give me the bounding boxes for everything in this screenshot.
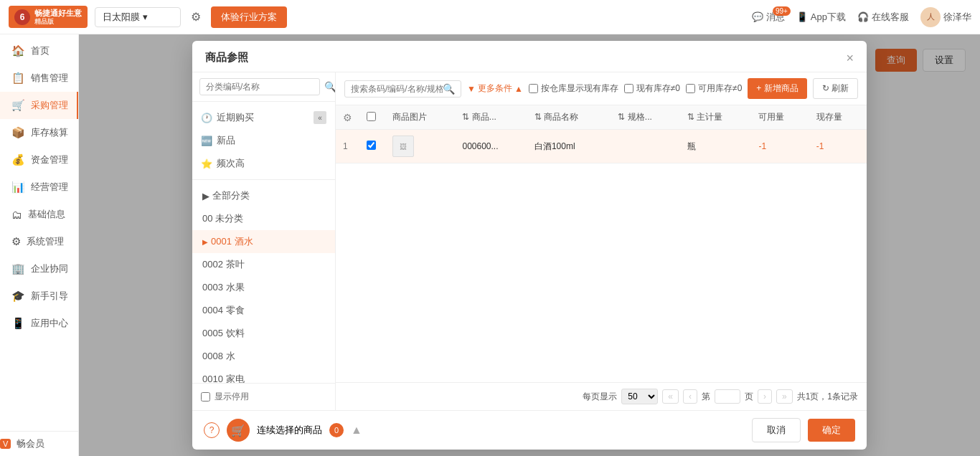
product-search-input[interactable]: [351, 84, 443, 94]
stock-ne0-checkbox[interactable]: [624, 84, 633, 93]
cat-all-tri: ▶: [202, 191, 209, 201]
refresh-button[interactable]: ↻ 刷新: [813, 78, 858, 99]
logo: 6 畅捷通好生意 精品版: [9, 6, 88, 27]
row-available: -1: [751, 130, 809, 163]
cat-item-0005[interactable]: 0005 饮料: [192, 322, 335, 345]
row-unit: 瓶: [680, 130, 751, 163]
cat-new-item[interactable]: 🆕 新品: [192, 129, 335, 152]
cat-item-0003[interactable]: 0003 水果: [192, 276, 335, 299]
next-page-button[interactable]: ›: [758, 389, 772, 404]
cat-recent-item[interactable]: 🕐 近期购买 «: [192, 106, 335, 129]
sidebar-item-sales[interactable]: 📋 销售管理: [0, 65, 78, 92]
product-search-icon[interactable]: 🔍: [443, 83, 455, 95]
sidebar-label-enterprise: 企业协同: [31, 262, 68, 275]
filter-button[interactable]: ▼ 更多条件 ▲: [467, 82, 523, 95]
sidebar-label-sales: 销售管理: [31, 72, 68, 85]
main-layout: 🏠 首页 📋 销售管理 🛒 采购管理 📦 库存核算 💰 资金管理 📊 经营管理 …: [0, 34, 980, 456]
col-unit: ⇅ 主计量: [680, 105, 751, 130]
add-product-button[interactable]: + 新增商品: [748, 78, 806, 99]
sidebar-item-appcenter[interactable]: 📱 应用中心: [0, 310, 78, 337]
cat-item-0004[interactable]: 0004 零食: [192, 299, 335, 322]
confirm-button[interactable]: 确定: [808, 419, 855, 442]
cat-frequent-item[interactable]: ⭐ 频次高: [192, 152, 335, 175]
sidebar-item-system[interactable]: ⚙ 系统管理: [0, 228, 78, 255]
app-download-btn[interactable]: 📱 App下载: [796, 11, 846, 24]
phone-icon: 📱: [796, 11, 808, 22]
collapse-icon[interactable]: ▲: [351, 424, 362, 437]
help-button[interactable]: ?: [204, 422, 220, 438]
product-table: ⚙ 商品图片: [336, 105, 867, 382]
cat-item-0002[interactable]: 0002 茶叶: [192, 253, 335, 276]
col-name: ⇅ 商品名称: [527, 105, 611, 130]
cat-all-item[interactable]: ▶ 全部分类: [192, 184, 335, 207]
newbie-icon: 🎓: [11, 290, 25, 303]
trial-button[interactable]: 体验行业方案: [211, 6, 287, 28]
cat-search-icon[interactable]: 🔍: [324, 81, 336, 92]
avail-ne0-checkbox[interactable]: [686, 84, 695, 93]
modal-header: 商品参照 ×: [192, 41, 867, 72]
avatar: 人: [920, 7, 941, 27]
row-img-cell: 🖼: [385, 130, 455, 163]
warehouse-label: 按仓库显示现有库存: [541, 82, 618, 95]
sidebar-item-finance[interactable]: 💰 资金管理: [0, 146, 78, 174]
username: 徐泽华: [943, 11, 971, 24]
row-checkbox-cell: [359, 130, 385, 163]
first-page-button[interactable]: «: [662, 389, 679, 404]
cat-item-0001[interactable]: ▶ 0001 酒水: [192, 230, 335, 253]
warehouse-checkbox[interactable]: [529, 84, 538, 93]
row-name: 白酒100ml: [527, 130, 611, 163]
cart-count-badge: 0: [329, 423, 344, 437]
cat-item-00-label: 00 未分类: [202, 212, 243, 225]
row-checkbox[interactable]: [367, 141, 376, 150]
member-icon: V: [0, 439, 11, 449]
cat-item-00[interactable]: 00 未分类: [192, 207, 335, 230]
cat-quick-items: 🕐 近期购买 « 🆕 新品 ⭐ 频次高: [192, 102, 335, 180]
cancel-button[interactable]: 取消: [752, 418, 801, 442]
messages-btn[interactable]: 💬 消息 99+: [752, 11, 785, 24]
select-all-checkbox[interactable]: [367, 112, 376, 121]
sidebar-item-purchase[interactable]: 🛒 采购管理: [0, 92, 78, 119]
online-service-label: 在线客服: [872, 11, 909, 24]
sidebar-item-enterprise[interactable]: 🏢 企业协同: [0, 255, 78, 282]
modal-body: 🔍 🕐 近期购买 « 🆕 新品: [192, 72, 867, 410]
prev-page-button[interactable]: ‹: [683, 389, 697, 404]
cart-label: 连续选择的商品: [257, 424, 322, 437]
show-disabled-checkbox[interactable]: [201, 392, 210, 402]
messages-badge: 99+: [773, 6, 791, 16]
sidebar-item-member[interactable]: V 畅会员: [0, 431, 78, 456]
cat-new-label: 新品: [217, 134, 235, 147]
appcenter-icon: 📱: [11, 317, 25, 330]
last-page-button[interactable]: »: [776, 389, 793, 404]
sidebar-item-inventory[interactable]: 📦 库存核算: [0, 119, 78, 146]
cat-all-label: 全部分类: [212, 189, 250, 202]
col-available: 可用量: [751, 105, 809, 130]
cat-item-0008[interactable]: 0008 水: [192, 345, 335, 368]
page-number-input[interactable]: 1: [715, 389, 740, 404]
enterprise-icon: 🏢: [11, 262, 25, 275]
branch-dropdown[interactable]: 日太阳膜 ▾: [95, 7, 181, 27]
sidebar-item-home[interactable]: 🏠 首页: [0, 37, 78, 65]
frequent-icon: ⭐: [201, 158, 212, 169]
sidebar-item-operation[interactable]: 📊 经营管理: [0, 174, 78, 201]
sidebar-item-newbie[interactable]: 🎓 新手引导: [0, 282, 78, 310]
col-settings-icon[interactable]: ⚙: [343, 112, 352, 123]
cart-button[interactable]: 🛒: [227, 419, 250, 442]
cat-collapse-btn[interactable]: «: [314, 111, 326, 124]
stock-ne0-label: 现有库存≠0: [636, 82, 680, 95]
table-row[interactable]: 1 🖼: [336, 130, 867, 163]
cat-item-0010[interactable]: 0010 家电: [192, 368, 335, 383]
product-panel: 🔍 ▼ 更多条件 ▲ 按仓库显示现有库存: [336, 72, 867, 410]
online-service-btn[interactable]: 🎧 在线客服: [857, 11, 909, 24]
inventory-icon: 📦: [11, 126, 25, 139]
row-code: 000600...: [455, 130, 527, 163]
modal-close-button[interactable]: ×: [846, 52, 854, 65]
recent-icon: 🕐: [201, 113, 212, 123]
sidebar-item-basic[interactable]: 🗂 基础信息: [0, 201, 78, 228]
cat-search-input[interactable]: [199, 78, 320, 95]
page-size-select[interactable]: 50 100 200: [621, 389, 658, 404]
col-spec: ⇅ 规格...: [611, 105, 680, 130]
settings-icon[interactable]: ⚙: [191, 10, 201, 24]
page-label: 第: [702, 391, 710, 403]
user-area[interactable]: 人 徐泽华: [920, 7, 971, 27]
cat-list: ▶ 全部分类 00 未分类 ▶ 0001 酒水 0002 茶: [192, 180, 335, 383]
